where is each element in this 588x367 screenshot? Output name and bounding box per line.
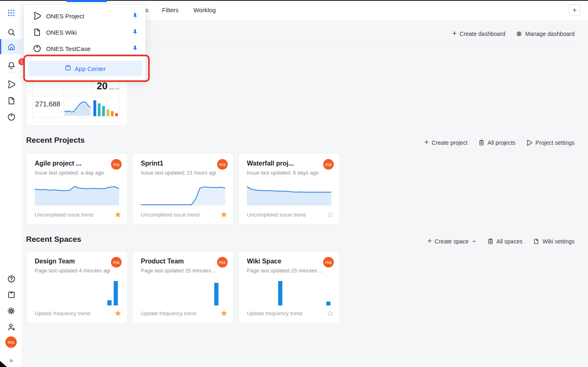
recent-spaces-title: Recent Spaces [26,235,81,244]
avatar: ma [111,159,122,170]
settings-button[interactable] [0,303,22,318]
favorite-star[interactable] [114,308,122,319]
project-subtitle: Issue last updated: a day ago [35,170,104,176]
ones-wiki-icon [533,238,539,245]
project-card[interactable]: Agile project ... Issue last updated: a … [26,153,128,225]
pin-icon[interactable] [131,12,139,20]
space-title: Design Team [35,258,75,265]
search-icon [7,28,16,37]
invite-member-button[interactable] [0,319,22,335]
trend-label: Uncompleted issue trend [35,212,93,218]
wiki-settings-button[interactable]: Wiki settings [533,238,575,245]
ones-project-icon [526,139,533,146]
notifications-button[interactable]: 1 [0,58,22,73]
app-center-icon [64,64,71,73]
space-card[interactable]: Product Team Page last updated 25 minute… [132,251,234,323]
space-title: Wiki Space [247,258,281,265]
sidebar-divider [6,73,17,73]
pin-icon[interactable] [131,29,139,36]
trend-label: Uncompleted issue trend [141,212,200,218]
search-button[interactable] [0,24,22,40]
sidebar-item-ones-testcase[interactable] [0,109,22,125]
favorite-star[interactable] [220,210,228,220]
menu-item-label: ONES Wiki [46,29,77,36]
space-title: Product Team [141,258,184,265]
trend-label: Update frequency trend [35,310,90,316]
space-card[interactable]: Design Team Page last updated 4 minutes … [26,251,128,323]
app-center-sidebar-button[interactable] [0,287,22,303]
project-title: Agile project ... [35,160,82,167]
manage-dashboard-button[interactable]: Manage dashboard [516,31,575,37]
all-projects-button[interactable]: All projects [478,139,515,146]
all-projects-label: All projects [488,139,515,146]
grid-icon [7,9,16,17]
app-launcher-button[interactable] [0,5,22,20]
add-tab-button[interactable]: + [569,4,580,16]
chevron-down-icon [472,239,477,244]
space-subtitle: Page last updated 25 minutes ... [247,268,322,274]
trend-chart [35,184,119,206]
create-dashboard-button[interactable]: Create dashboard [452,31,505,37]
project-subtitle: Issue last updated: 21 hours ago [141,170,216,176]
tab-filters[interactable]: Filters [162,7,179,13]
pin-icon[interactable] [131,45,139,52]
ones-project-icon [33,11,42,20]
ones-project-icon [7,80,16,89]
project-settings-button[interactable]: Project settings [526,139,575,146]
sidebar-item-home[interactable] [0,39,22,54]
gear-icon [516,31,522,37]
ones-testcase-icon [7,113,16,122]
menu-item-label: ONES Project [46,13,84,20]
menu-item-ones-project[interactable]: ONES Project [24,8,146,24]
space-subtitle: Page last updated 25 minutes ... [141,268,216,274]
avatar: ma [217,159,228,170]
days-left-value: 20 [97,80,108,92]
menu-item-ones-wiki[interactable]: ONES Wiki [24,24,146,40]
manage-dashboard-label: Manage dashboard [525,31,575,37]
trend-label: Update frequency trend [247,310,302,316]
projects-actions: Create project All projects Project sett… [424,137,575,148]
wiki-settings-label: Wiki settings [542,238,575,245]
dashboard-actions: Create dashboard Manage dashboard [452,29,575,39]
sidebar-item-ones-wiki[interactable] [0,93,22,108]
favorite-star[interactable] [114,210,122,220]
spaces-actions: Create space All spaces Wiki settings [427,236,575,247]
project-card[interactable]: Waterfall proj... Issue last updated: 8 … [238,153,340,225]
mini-line-chart [64,99,91,116]
app-center-button[interactable]: App Center [28,61,142,76]
create-project-button[interactable]: Create project [424,139,468,146]
app-center-label: App Center [75,65,106,72]
create-space-label: Create space [435,238,468,245]
days-left-label: days left [109,87,119,90]
trend-label: Update frequency trend [141,310,196,316]
ones-wiki-icon [33,28,42,37]
plus-icon [427,238,432,245]
favorite-star[interactable] [326,308,334,319]
help-button[interactable] [0,271,22,287]
project-card[interactable]: Sprint1 Issue last updated: 21 hours ago… [132,153,234,225]
avatar: ma [323,159,334,170]
frequency-chart [141,280,225,305]
cursor-artifact [0,361,7,367]
avatar: ma [217,257,228,268]
favorite-star[interactable] [220,308,228,319]
app-center-icon [7,290,16,299]
trend-chart [247,184,331,206]
create-space-button[interactable]: Create space [427,238,476,245]
menu-item-ones-testcase[interactable]: ONES TestCase [24,40,146,57]
gear-icon [7,307,16,315]
sidebar-item-ones-project[interactable] [0,77,22,92]
favorite-star[interactable] [326,210,334,220]
avatar: ma [323,257,334,268]
tab-worklog[interactable]: Worklog [193,7,216,13]
trend-chart [141,184,225,206]
bell-icon: 1 [7,61,16,70]
menu-item-label: ONES TestCase [46,45,91,52]
trend-label: Uncompleted issue trend [247,212,306,218]
project-title: Sprint1 [141,160,163,167]
all-spaces-button[interactable]: All spaces [487,238,523,245]
project-title: Waterfall proj... [247,160,294,167]
frequency-chart [35,280,119,305]
user-avatar[interactable]: ma [5,336,17,348]
space-card[interactable]: Wiki Space Page last updated 25 minutes … [238,251,340,323]
